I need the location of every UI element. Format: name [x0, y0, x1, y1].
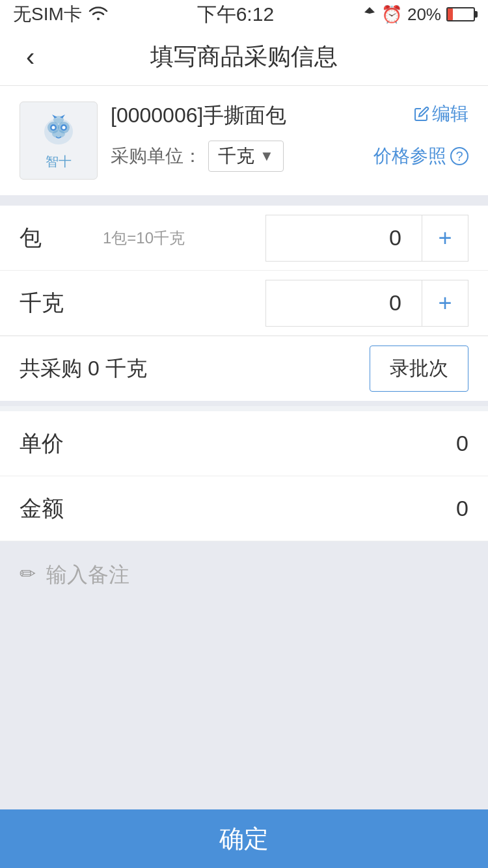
pencil-icon: ✏	[20, 562, 36, 585]
product-image: 智十	[20, 102, 98, 180]
bag-input-row: 包 1包=10千克 +	[0, 206, 488, 271]
battery-percent: 20%	[407, 5, 441, 25]
bag-input-controls: +	[265, 215, 468, 262]
amount-value: 0	[456, 496, 468, 521]
info-circle-icon: ?	[450, 147, 468, 165]
unit-price-value: 0	[456, 431, 468, 456]
chevron-down-icon: ▼	[260, 148, 274, 165]
summary-row: 共采购 0 千克 录批次	[0, 336, 488, 401]
product-info: [0000006]手撕面包 编辑 采购单位： 千克 ▼ 价格参照 ?	[111, 102, 468, 172]
status-time: 下午6:12	[197, 1, 274, 28]
edit-button[interactable]: 编辑	[414, 102, 468, 126]
wifi-icon	[88, 4, 108, 25]
kg-input-controls: +	[265, 280, 468, 327]
kg-plus-button[interactable]: +	[422, 280, 468, 327]
product-unit-row: 采购单位： 千克 ▼ 价格参照 ?	[111, 141, 468, 172]
product-name: [0000006]手撕面包	[111, 102, 286, 130]
note-placeholder: 输入备注	[46, 561, 129, 590]
section-divider-2	[0, 401, 488, 406]
bag-label: 包	[20, 223, 98, 253]
page-title: 填写商品采购信息	[150, 41, 338, 73]
note-section[interactable]: ✏ 输入备注	[0, 541, 488, 658]
kg-quantity-input[interactable]	[265, 280, 422, 327]
unit-label: 采购单位：	[111, 144, 202, 169]
bag-plus-button[interactable]: +	[422, 215, 468, 262]
status-left: 无SIM卡	[13, 2, 108, 27]
nav-bar: ‹ 填写商品采购信息	[0, 29, 488, 86]
kg-input-row: 千克 +	[0, 271, 488, 336]
product-card: 智十 [0000006]手撕面包 编辑 采购单位： 千克 ▼	[0, 86, 488, 200]
svg-point-5	[52, 126, 55, 129]
amount-label: 金额	[20, 494, 64, 524]
batch-button[interactable]: 录批次	[370, 346, 468, 392]
unit-price-label: 单价	[20, 429, 64, 459]
carrier-text: 无SIM卡	[13, 2, 82, 27]
amount-row: 金额 0	[0, 476, 488, 541]
price-ref-label: 价格参照	[373, 144, 446, 169]
location-icon	[363, 5, 376, 25]
input-section: 包 1包=10千克 + 千克 + 共采购 0 千克 录批次	[0, 206, 488, 401]
svg-point-7	[52, 130, 65, 138]
bag-sublabel: 1包=10千克	[103, 228, 185, 249]
section-divider-1	[0, 200, 488, 206]
product-header: [0000006]手撕面包 编辑	[111, 102, 468, 130]
edit-label: 编辑	[432, 102, 468, 126]
price-reference-button[interactable]: 价格参照 ?	[373, 144, 468, 169]
unit-select[interactable]: 千克 ▼	[208, 141, 284, 172]
summary-text: 共采购 0 千克	[20, 355, 147, 383]
product-logo-text: 智十	[46, 153, 72, 170]
back-button[interactable]: ‹	[20, 36, 41, 78]
kg-label: 千克	[20, 288, 98, 318]
confirm-button[interactable]: 确定	[0, 809, 488, 868]
unit-price-row: 单价 0	[0, 411, 488, 476]
main-background	[0, 658, 488, 815]
status-right: ⏰ 20%	[363, 5, 475, 25]
price-section: 单价 0 金额 0	[0, 411, 488, 541]
unit-value: 千克	[218, 144, 254, 169]
svg-point-6	[62, 126, 66, 129]
status-bar: 无SIM卡 下午6:12 ⏰ 20%	[0, 0, 488, 29]
bag-quantity-input[interactable]	[265, 215, 422, 262]
product-logo-icon	[39, 111, 78, 150]
alarm-icon: ⏰	[381, 5, 402, 25]
battery-icon	[446, 7, 475, 21]
